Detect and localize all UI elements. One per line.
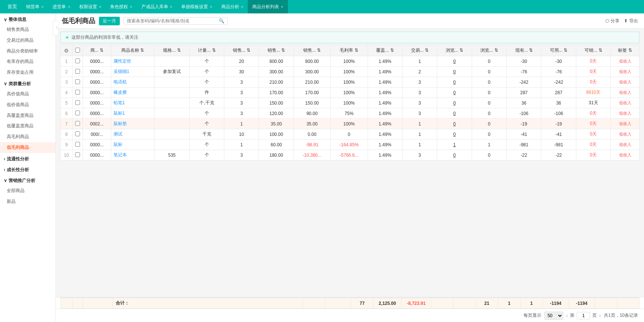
col-coverage[interactable]: 覆盖... ⇅ [368,45,402,56]
row-select-checkbox[interactable] [75,142,80,147]
prev-page-button[interactable]: ‹ [566,313,568,319]
col-available[interactable]: 可用... ⇅ [541,45,576,56]
row-view1[interactable]: 0 [437,77,472,87]
share-button[interactable]: ⬡ 分享 [605,18,619,24]
close-icon[interactable]: × [210,4,212,9]
nav-sales[interactable]: 销货单 × [22,0,48,13]
row-checkbox[interactable] [73,140,83,150]
col-trade-count[interactable]: 交易... ⇅ [403,45,437,56]
sidebar-item-inventory-capital[interactable]: 库存资金占用 [0,67,55,78]
row-checkbox[interactable] [73,87,83,98]
sidebar-item-traded-goods[interactable]: 交易过的商品 [0,35,55,46]
sidebar-item-high-coverage[interactable]: 高覆盖度商品 [0,110,55,121]
close-icon[interactable]: × [41,4,44,9]
row-select-checkbox[interactable] [75,58,80,63]
page-size-select[interactable]: 10 20 50 100 [544,312,563,320]
row-name[interactable]: 电话机 [111,77,154,87]
row-name[interactable]: 鼠标 [111,140,154,150]
sidebar-group-overview[interactable]: ∨ 整体信息 [0,13,55,24]
close-icon[interactable]: × [130,4,132,9]
row-name[interactable]: 橡皮擦 [111,87,154,98]
sidebar-group-cluster[interactable]: ∨ 类群量分析 [0,78,55,89]
row-view1[interactable]: 0 [437,108,472,119]
row-select-checkbox[interactable] [75,90,80,95]
close-icon[interactable]: × [281,4,283,9]
export-button[interactable]: ⬆ 导出 [624,18,638,24]
row-name[interactable]: 鼠标1 [111,108,154,119]
table-wrapper[interactable]: ⚙ 商... ⇅ 商品名称 ⇅ 规格... ⇅ 计量... ⇅ 销售... ⇅ … [60,45,640,297]
search-input[interactable] [127,18,219,23]
sidebar-group-marketing[interactable]: ∨ 营销推广分析 [0,175,55,185]
close-icon[interactable]: × [241,4,243,9]
row-view1[interactable]: 0 [437,98,472,108]
row-name[interactable]: 笔记本 [111,150,154,160]
col-view1[interactable]: 浏览... ⇅ [437,45,472,56]
nav-purchase[interactable]: 进货单 × [48,0,74,13]
row-view1[interactable]: 0 [437,150,472,160]
sidebar-item-category-rate[interactable]: 商品分类助销率 [0,46,55,57]
sidebar-group-growth[interactable]: › 成长性分析 [0,164,55,175]
row-checkbox[interactable] [73,108,83,119]
row-checkbox[interactable] [73,98,83,108]
row-name[interactable]: 吴细细1 [111,67,154,77]
col-gear[interactable]: ⚙ [61,45,73,56]
row-checkbox[interactable] [73,77,83,87]
next-page-button[interactable]: › [599,313,601,319]
col-tag[interactable]: 标签 ⇅ [611,45,640,56]
row-select-checkbox[interactable] [75,100,80,105]
sidebar-group-flow[interactable]: › 流通性分析 [0,153,55,164]
sidebar-item-low-value[interactable]: 低价值商品 [0,99,55,110]
sidebar-item-sales-goods[interactable]: 销售类商品 [0,24,55,35]
row-view1[interactable]: 0 [437,87,472,98]
sidebar-item-new-goods[interactable]: 新品 [0,196,55,207]
row-name[interactable]: 测试 [111,129,154,140]
sidebar-item-all-goods[interactable]: 全部商品 [0,185,55,196]
close-icon[interactable]: × [68,4,70,9]
row-checkbox[interactable] [73,119,83,129]
close-icon[interactable]: × [170,4,172,9]
row-checkbox[interactable] [73,56,83,67]
col-gross-margin[interactable]: 毛利率 ⇅ [330,45,368,56]
close-icon[interactable]: × [99,4,101,9]
row-view1[interactable]: 0 [437,67,472,77]
sidebar-collapse-button[interactable]: 《 [53,20,59,35]
search-icon[interactable]: 🔍 [219,18,224,23]
row-view1[interactable]: 0 [437,56,472,67]
sidebar-item-high-value[interactable]: 高价值商品 [0,89,55,99]
time-filter-button[interactable]: 近一月 [99,17,120,25]
col-checkbox[interactable] [73,45,83,56]
col-unit[interactable]: 计量... ⇅ [189,45,224,56]
nav-home[interactable]: 首页 [3,0,22,13]
page-number-input[interactable] [577,312,590,319]
row-view1[interactable]: 0 [437,129,472,140]
row-select-checkbox[interactable] [75,79,80,84]
col-view2[interactable]: 浏览... ⇅ [472,45,506,56]
row-name[interactable]: 铅笔1 [111,98,154,108]
row-select-checkbox[interactable] [75,111,80,115]
col-code[interactable]: 商... ⇅ [83,45,111,56]
row-checkbox[interactable] [73,150,83,160]
row-checkbox[interactable] [73,67,83,77]
row-select-checkbox[interactable] [75,152,80,157]
nav-roles[interactable]: 角色授权 × [106,0,137,13]
nav-product-entry[interactable]: 产成品入库单 × [137,0,177,13]
row-checkbox[interactable] [73,129,83,140]
nav-product-analysis-list[interactable]: 商品分析列表 × [248,0,288,13]
col-spec[interactable]: 规格... ⇅ [154,45,189,56]
row-select-checkbox[interactable] [75,69,80,74]
col-sale-qty[interactable]: 销售... ⇅ [224,45,259,56]
sidebar-item-high-margin[interactable]: 高毛利商品 [0,131,55,142]
nav-permissions[interactable]: 权限设置 × [75,0,106,13]
row-view1[interactable]: 1 [437,140,472,150]
col-sale-price[interactable]: 销售... ⇅ [259,45,294,56]
row-name[interactable]: 鼠标垫 [111,119,154,129]
col-sellable[interactable]: 可销... ⇅ [576,45,611,56]
select-all-checkbox[interactable] [75,48,80,52]
row-view1[interactable]: 0 [437,119,472,129]
sidebar-item-low-coverage[interactable]: 低覆盖度商品 [0,121,55,131]
row-select-checkbox[interactable] [75,121,80,126]
row-name[interactable]: 属性定价 [111,56,154,67]
col-sale-amount[interactable]: 销售... ⇅ [294,45,330,56]
nav-template[interactable]: 单据模板设置 × [177,0,217,13]
row-select-checkbox[interactable] [75,131,80,136]
